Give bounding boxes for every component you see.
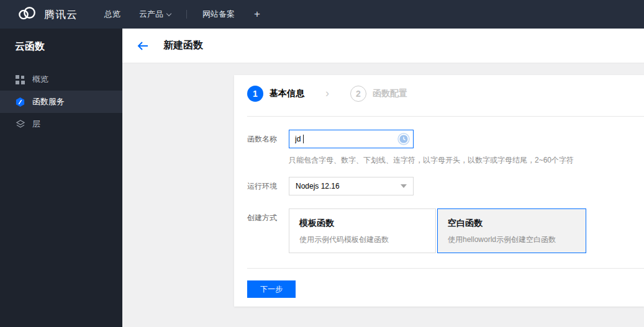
blank-function-card[interactable]: 空白函数 使用helloworld示例创建空白函数 (437, 208, 586, 253)
runtime-label: 运行环境 (247, 177, 289, 195)
content-area: 新建函数 1 基本信息 › 2 函数配置 函数名称 (122, 29, 644, 327)
sidebar-item-label: 概览 (32, 74, 48, 85)
wizard-card: 1 基本信息 › 2 函数配置 函数名称 (234, 75, 644, 307)
step-arrow-icon: › (325, 87, 329, 101)
input-history-clock-icon[interactable] (397, 133, 410, 148)
step-2-label: 函数配置 (373, 88, 407, 99)
step-1-circle: 1 (247, 86, 263, 102)
template-function-desc: 使用示例代码模板创建函数 (299, 235, 425, 245)
runtime-select-value: Nodejs 12.16 (296, 182, 340, 190)
text-caret (303, 135, 304, 143)
step-1-label: 基本信息 (270, 88, 304, 99)
runtime-select[interactable]: Nodejs 12.16 (289, 177, 414, 195)
grid-icon (15, 74, 25, 85)
logo-text: 腾讯云 (44, 7, 78, 22)
footer-divider (247, 268, 644, 269)
blank-function-title: 空白函数 (448, 218, 576, 229)
sidebar-item-label: 函数服务 (32, 96, 65, 107)
chevron-down-icon (166, 11, 171, 16)
sidebar-item-layers[interactable]: 层 (0, 113, 122, 135)
creation-method-label: 创建方式 (247, 208, 289, 253)
nav-item-products[interactable]: 云产品 (130, 0, 180, 29)
function-name-label: 函数名称 (247, 130, 289, 166)
back-button[interactable] (135, 38, 151, 54)
layers-icon (15, 119, 25, 130)
nav-icp-label: 网站备案 (202, 9, 235, 20)
scf-hexagon-icon (15, 97, 25, 107)
nav-divider (186, 10, 187, 19)
page-header: 新建函数 (122, 29, 644, 63)
section-divider (247, 116, 644, 117)
runtime-row: 运行环境 Nodejs 12.16 (247, 177, 644, 195)
function-name-help: 只能包含字母、数字、下划线、连字符，以字母开头，以数字或字母结尾，2~60个字符 (289, 155, 574, 166)
add-tab-button[interactable]: + (244, 8, 270, 20)
sidebar-item-label: 层 (32, 119, 40, 130)
function-name-input[interactable] (289, 130, 414, 148)
template-function-card[interactable]: 模板函数 使用示例代码模板创建函数 (289, 208, 436, 253)
topbar: 腾讯云 总览 云产品 网站备案 + (0, 0, 644, 29)
sidebar: 云函数 概览 (0, 29, 122, 327)
nav-item-overview[interactable]: 总览 (95, 0, 130, 29)
select-caret-icon (401, 184, 407, 188)
function-name-input-wrap (289, 130, 414, 148)
nav-products-label: 云产品 (139, 9, 163, 20)
top-nav: 总览 云产品 网站备案 + (95, 0, 270, 29)
creation-method-row: 创建方式 模板函数 使用示例代码模板创建函数 空白函数 使用helloworld… (247, 208, 644, 253)
sidebar-item-function-service[interactable]: 函数服务 (0, 91, 122, 113)
nav-overview-label: 总览 (104, 9, 120, 20)
step-2-circle: 2 (350, 86, 366, 102)
template-function-title: 模板函数 (299, 218, 425, 229)
sidebar-title: 云函数 (0, 29, 122, 53)
content-body: 1 基本信息 › 2 函数配置 函数名称 (122, 63, 644, 327)
function-name-row: 函数名称 (247, 130, 644, 166)
nav-item-icp[interactable]: 网站备案 (193, 0, 244, 29)
step-indicator: 1 基本信息 › 2 函数配置 (247, 84, 644, 103)
cloud-logo-icon (16, 6, 37, 23)
tencent-cloud-logo[interactable]: 腾讯云 (0, 6, 95, 23)
sidebar-item-overview[interactable]: 概览 (0, 68, 122, 91)
page-title: 新建函数 (163, 39, 203, 52)
blank-function-desc: 使用helloworld示例创建空白函数 (448, 235, 576, 245)
next-step-button[interactable]: 下一步 (247, 280, 296, 298)
